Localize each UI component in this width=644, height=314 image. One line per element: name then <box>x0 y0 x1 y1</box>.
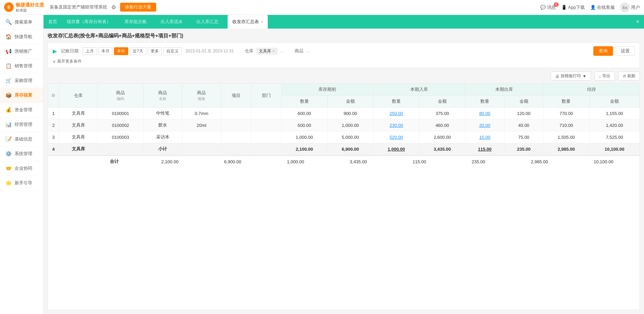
sidebar-item-inventory[interactable]: 📦 库存核算 <box>0 88 43 103</box>
export-button[interactable]: ↓ 导出 <box>594 71 615 81</box>
row-department <box>251 108 281 119</box>
date-btn-custom[interactable]: 自定义 <box>163 47 182 55</box>
row-goods-name: 中性笔 <box>144 108 182 119</box>
sidebar-item-enterprise[interactable]: 🤝 企业协同 <box>0 161 43 176</box>
row-in-qty[interactable]: 1,000.00 <box>373 143 419 155</box>
print-button[interactable]: 🖨 按模板打印 ▼ <box>551 71 591 81</box>
sidebar-item-system[interactable]: ⚙️ 系统管理 <box>0 147 43 161</box>
main-layout: 🔍 搜索菜单 🏠 快捷导航 📢 营销推广 📋 销售管理 🛒 采购管理 📦 库存核… <box>0 15 644 314</box>
warehouse-tag: 文具库 × <box>256 48 277 55</box>
refresh-button[interactable]: ↺ 刷新 <box>618 71 640 81</box>
tab-inout-summary-close[interactable]: × <box>220 20 222 24</box>
expand-more-btn[interactable]: ∨ 展开更多条件 <box>53 59 635 64</box>
sidebar-item-finance[interactable]: 💰 资金管理 <box>0 103 43 117</box>
sidebar-item-base-info[interactable]: 📝 基础信息 <box>0 132 43 147</box>
tab-receive-send-close[interactable]: × <box>261 20 263 24</box>
row-open-amt: 1,000.00 <box>327 119 373 131</box>
date-btn-7days[interactable]: 近7天 <box>130 47 146 55</box>
table-container: ⚙ 仓库 商品编码 商品名称 商品规格 项目 部门 库存期初 本期入库 本期出库… <box>48 83 640 310</box>
print-label: 按模板打印 <box>561 73 581 79</box>
row-in-qty[interactable]: 250.00 <box>373 108 419 119</box>
tab-bar: 首页 现存量（库存分布表） × 库存批次账 × 出入库流水 × 出入库汇总 × … <box>44 15 644 29</box>
row-no: 1 <box>48 108 59 119</box>
row-out-amt: 120.00 <box>504 108 543 119</box>
th-department: 部门 <box>251 84 281 108</box>
row-warehouse: 文具库 <box>59 131 98 143</box>
th-closing-stock: 结存 <box>543 84 640 96</box>
page-content: 收发存汇总表(按仓库+商品编码+商品+规格型号+项目+部门) ▶ 记账日期 上月… <box>44 29 644 314</box>
row-out-amt: 40.00 <box>504 119 543 131</box>
tab-inout-flow[interactable]: 出入库流水 × <box>156 15 192 29</box>
goods-more[interactable]: ... <box>306 49 310 53</box>
sidebar-item-search-menu[interactable]: 🔍 搜索菜单 <box>0 15 43 30</box>
marketing-icon: 📢 <box>5 48 12 54</box>
row-in-amt: 375.00 <box>419 108 465 119</box>
row-goods-code: 0100003 <box>98 131 144 143</box>
th-out-amt: 金额 <box>504 96 543 108</box>
sidebar-item-guide[interactable]: 🌟 新手引导 <box>0 176 43 191</box>
col-settings-icon[interactable]: ⚙ <box>48 84 59 108</box>
footer-in-qty: 1,000.00 <box>287 159 304 164</box>
sidebar-label-inventory: 库存核算 <box>15 92 32 98</box>
filter-right-actions: 查询 设置 <box>593 46 635 56</box>
row-out-qty[interactable]: 15.00 <box>465 131 505 143</box>
sidebar-item-marketing[interactable]: 📢 营销推广 <box>0 44 43 59</box>
sidebar-item-sales[interactable]: 📋 销售管理 <box>0 59 43 73</box>
filter-settings-button[interactable]: 设置 <box>616 46 635 56</box>
purchase-icon: 🛒 <box>5 78 12 84</box>
row-goods-name: 采访本 <box>144 131 182 143</box>
tab-stock-dist[interactable]: 现存量（库存分布表） × <box>62 15 120 29</box>
tab-batch-ledger-close[interactable]: × <box>149 20 151 24</box>
date-btn-last-month[interactable]: 上月 <box>83 47 97 55</box>
sidebar-item-operations[interactable]: 📊 经营管理 <box>0 117 43 132</box>
finance-icon: 💰 <box>5 107 12 113</box>
row-open-qty: 2,100.00 <box>281 143 327 155</box>
row-close-qty: 710.00 <box>543 119 589 131</box>
online-service-action[interactable]: 👤 在线客服 <box>590 4 615 11</box>
row-department <box>251 119 281 131</box>
user-action[interactable]: Ea 用户 <box>620 3 640 12</box>
row-goods-name: 小计 <box>144 143 182 155</box>
row-out-qty[interactable]: 20.00 <box>465 119 505 131</box>
row-in-qty[interactable]: 230.00 <box>373 119 419 131</box>
row-in-qty[interactable]: 520.00 <box>373 131 419 143</box>
tab-receive-send-label: 收发存汇总表 <box>232 19 259 25</box>
sidebar-item-purchase[interactable]: 🛒 采购管理 <box>0 73 43 88</box>
app-download-action[interactable]: 📱 App下载 <box>561 4 585 11</box>
tab-batch-ledger[interactable]: 库存批次账 × <box>120 15 155 29</box>
row-open-qty: 1,000.00 <box>281 131 327 143</box>
message-action[interactable]: 💬 消息 6 <box>540 4 556 11</box>
tab-receive-send[interactable]: 收发存汇总表 × <box>228 15 268 29</box>
row-close-qty: 1,505.00 <box>543 131 589 143</box>
row-goods-code: 0100002 <box>98 119 144 131</box>
warehouse-more[interactable]: ... <box>280 49 284 53</box>
sidebar-label-quick-nav: 快捷导航 <box>15 34 32 40</box>
th-open-amt: 金额 <box>327 96 373 108</box>
date-btn-more[interactable]: 更多 <box>148 47 162 55</box>
tab-stock-dist-close[interactable]: × <box>113 20 115 24</box>
tab-inout-summary[interactable]: 出入库汇总 × <box>192 15 227 29</box>
page-title: 收发存汇总表(按仓库+商品编码+商品+规格型号+项目+部门) <box>48 33 640 39</box>
sidebar-label-enterprise: 企业协同 <box>15 165 32 171</box>
table-row: 4文具库小计2,100.006,900.001,000.003,435.0011… <box>48 143 640 155</box>
table-row: 3文具库0100003采访本1,000.005,000.00520.002,60… <box>48 131 640 143</box>
sidebar-item-quick-nav[interactable]: 🏠 快捷导航 <box>0 30 43 44</box>
row-out-qty[interactable]: 80.00 <box>465 108 505 119</box>
baseinfo-icon: 📝 <box>5 136 12 142</box>
logo-subtitle: 标准版 <box>16 8 44 13</box>
system-settings-button[interactable]: ⚙ <box>110 3 117 12</box>
row-out-qty[interactable]: 115.00 <box>465 143 505 155</box>
close-all-tabs[interactable]: × <box>631 15 644 29</box>
experience-button[interactable]: 体验行业方案 <box>120 3 156 12</box>
tab-inout-flow-close[interactable]: × <box>185 20 187 24</box>
date-btn-this-year[interactable]: 本年 <box>114 47 128 55</box>
expand-more-icon: ∨ <box>53 59 56 64</box>
query-button[interactable]: 查询 <box>593 46 613 56</box>
tab-home[interactable]: 首页 <box>44 15 62 29</box>
filter-collapse-btn[interactable]: ▶ <box>53 48 57 54</box>
warehouse-tag-close[interactable]: × <box>273 49 275 53</box>
filter-area: ▶ 记账日期 上月 本月 本年 近7天 更多 自定义 2023-01-01 至 … <box>48 43 640 68</box>
message-badge: 6 <box>554 2 559 7</box>
date-btn-this-month[interactable]: 本月 <box>98 47 113 55</box>
row-goods-spec: 0.7mm <box>182 108 221 119</box>
